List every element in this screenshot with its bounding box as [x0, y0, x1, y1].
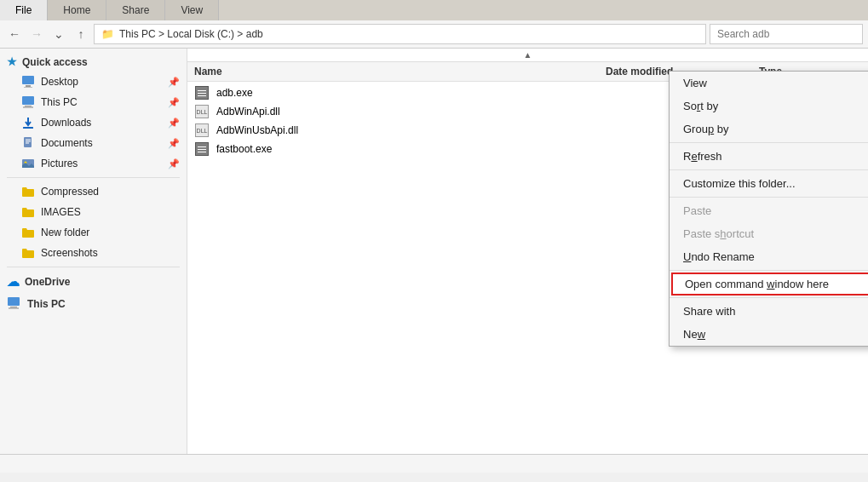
ctx-sep-2 — [670, 169, 868, 170]
documents-icon — [20, 135, 36, 151]
ribbon-tabs: File Home Share View — [0, 0, 868, 20]
sidebar-item-newfolder[interactable]: New folder — [0, 222, 187, 243]
desktop-icon — [20, 74, 36, 89]
ctx-open-cmd[interactable]: Open command window here — [671, 273, 868, 296]
sidebar-label-documents: Documents — [41, 137, 93, 149]
ctx-sep-1 — [670, 142, 868, 143]
sidebar-item-desktop[interactable]: Desktop 📌 — [0, 72, 187, 92]
pin-icon-documents: 📌 — [168, 138, 180, 149]
fastboot-exe-icon — [194, 141, 210, 157]
ctx-customize-label: Customize this folder... — [683, 177, 796, 190]
images-folder-icon — [20, 204, 36, 220]
sidebar-label-screenshots: Screenshots — [41, 247, 98, 259]
pin-icon-desktop: 📌 — [168, 77, 180, 88]
ctx-undo-rename[interactable]: Undo Rename Ctrl+Z — [670, 245, 868, 268]
ctx-customize[interactable]: Customize this folder... — [670, 172, 868, 195]
context-menu: View ► Sort by ► Group by ► Refresh — [669, 71, 868, 347]
back-button[interactable]: ← — [5, 25, 24, 43]
sidebar-item-screenshots[interactable]: Screenshots — [0, 243, 187, 263]
sidebar: ★ Quick access Desktop 📌 This PC 📌 — [0, 49, 187, 454]
ctx-share-with-label: Share with — [683, 305, 735, 318]
sidebar-item-thispc[interactable]: This PC 📌 — [0, 92, 187, 112]
svg-rect-4 — [25, 106, 32, 106]
quickaccess-label: Quick access — [22, 56, 88, 68]
sidebar-label-images: IMAGES — [41, 206, 81, 218]
sidebar-item-compressed[interactable]: Compressed — [0, 181, 187, 202]
ctx-view[interactable]: View ► — [670, 72, 868, 95]
compressed-folder-icon — [20, 184, 36, 199]
ctx-sep-3 — [670, 197, 868, 198]
svg-rect-3 — [22, 96, 34, 105]
sidebar-item-pictures[interactable]: Pictures 📌 — [0, 153, 187, 174]
downloads-icon — [20, 115, 36, 130]
svg-rect-11 — [10, 307, 17, 307]
sidebar-label-pictures: Pictures — [41, 158, 78, 169]
ctx-refresh[interactable]: Refresh — [670, 145, 868, 168]
up-button[interactable]: ↑ — [72, 25, 90, 43]
svg-rect-7 — [24, 137, 32, 147]
sidebar-label-compressed: Compressed — [41, 186, 99, 198]
sidebar-item-images[interactable]: IMAGES — [0, 202, 187, 222]
ctx-sortby-label: Sort by — [683, 100, 718, 112]
tab-view[interactable]: View — [165, 0, 219, 20]
status-bar — [0, 454, 868, 473]
tab-home[interactable]: Home — [48, 0, 106, 20]
search-input[interactable] — [710, 24, 863, 44]
ctx-groupby-label: Group by — [683, 123, 728, 135]
sidebar-quickaccess-header[interactable]: ★ Quick access — [0, 52, 187, 72]
onedrive-icon: ☁ — [7, 274, 20, 290]
ctx-share-with[interactable]: Share with ► — [670, 300, 868, 323]
sidebar-label-thispc: This PC — [41, 96, 78, 108]
sidebar-label-desktop: Desktop — [41, 76, 78, 88]
svg-rect-6 — [23, 127, 33, 129]
svg-rect-5 — [23, 106, 33, 108]
sidebar-label-downloads: Downloads — [41, 117, 91, 129]
sidebar-sep-1 — [7, 177, 180, 178]
screenshots-folder-icon — [20, 245, 36, 261]
svg-rect-0 — [22, 76, 34, 84]
pin-icon-downloads: 📌 — [168, 118, 180, 129]
thispc-section-label: This PC — [27, 298, 66, 310]
address-path[interactable]: 📁 This PC > Local Disk (C:) > adb — [94, 24, 706, 44]
sidebar-label-newfolder: New folder — [41, 227, 89, 238]
adbwinapi-icon: DLL — [194, 104, 210, 119]
sidebar-item-downloads[interactable]: Downloads 📌 — [0, 112, 187, 133]
file-area: ▲ Name Date modified Type adb.exe — [187, 49, 868, 454]
ctx-paste-shortcut: Paste shortcut — [670, 222, 868, 245]
ctx-open-cmd-label: Open command window here — [685, 278, 829, 290]
ctx-view-label: View — [683, 77, 707, 89]
sidebar-thispc-section[interactable]: This PC — [0, 293, 187, 315]
tab-share[interactable]: Share — [106, 0, 165, 20]
tab-file[interactable]: File — [0, 0, 48, 20]
app-window: File Home Share View ← → ⌄ ↑ 📁 This PC >… — [0, 0, 868, 473]
svg-rect-1 — [26, 85, 31, 87]
ctx-new[interactable]: New ► — [670, 323, 868, 346]
scroll-up-area: ▲ — [187, 49, 868, 62]
ctx-paste-label: Paste — [683, 204, 711, 217]
svg-rect-2 — [24, 87, 32, 88]
address-text: This PC > Local Disk (C:) > adb — [119, 28, 263, 40]
newfolder-icon — [20, 225, 36, 240]
sidebar-item-documents[interactable]: Documents 📌 — [0, 133, 187, 153]
ctx-paste-shortcut-label: Paste shortcut — [683, 227, 754, 240]
col-name-header[interactable]: Name — [194, 66, 606, 77]
thispc-section-icon — [7, 296, 22, 312]
svg-rect-10 — [8, 297, 20, 306]
adbwinusbapi-icon: DLL — [194, 123, 210, 138]
svg-rect-12 — [9, 307, 19, 309]
ctx-sep-4 — [670, 270, 868, 271]
scroll-up-arrow[interactable]: ▲ — [524, 50, 532, 60]
ctx-undo-rename-label: Undo Rename — [683, 250, 755, 263]
ctx-paste: Paste — [670, 199, 868, 222]
forward-button[interactable]: → — [27, 25, 46, 43]
recent-button[interactable]: ⌄ — [49, 25, 68, 43]
star-icon: ★ — [7, 55, 17, 68]
sidebar-onedrive[interactable]: ☁ OneDrive — [0, 271, 187, 293]
ctx-groupby[interactable]: Group by ► — [670, 118, 868, 141]
adb-exe-icon — [194, 85, 210, 100]
onedrive-label: OneDrive — [25, 276, 70, 288]
address-bar: ← → ⌄ ↑ 📁 This PC > Local Disk (C:) > ad… — [0, 20, 868, 49]
thispc-icon — [20, 95, 36, 110]
ctx-sortby[interactable]: Sort by ► — [670, 95, 868, 118]
pin-icon-pictures: 📌 — [168, 158, 180, 169]
